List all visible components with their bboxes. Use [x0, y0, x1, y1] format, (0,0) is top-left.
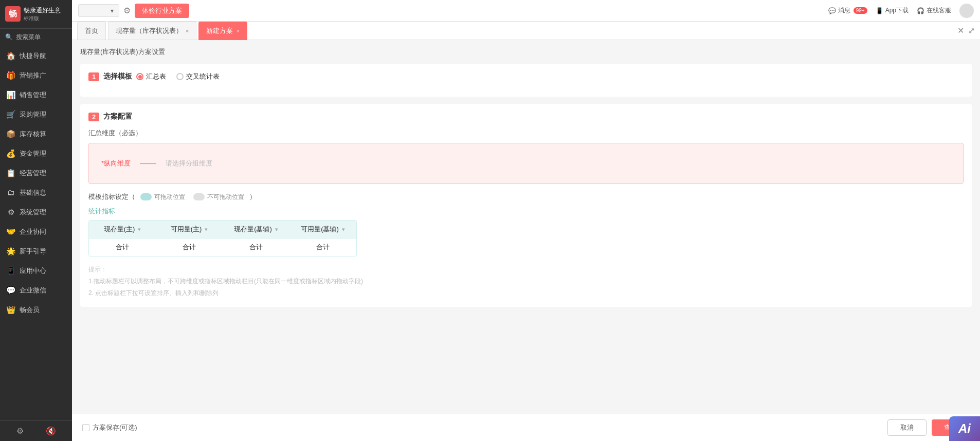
sound-icon[interactable]: 🔇	[46, 426, 56, 436]
tab-new-scheme[interactable]: 新建方案 ×	[198, 22, 247, 40]
sidebar-item-finance[interactable]: 💰 资金管理	[0, 144, 72, 163]
basic-info-label: 基础信息	[20, 188, 46, 197]
purchase-icon: 🛒	[6, 110, 15, 119]
radio-summary-label: 汇总表	[146, 72, 166, 81]
radio-cross[interactable]: 交叉统计表	[176, 72, 220, 81]
quick-nav-icon: 🏠	[6, 51, 15, 61]
message-icon: 💬	[828, 7, 836, 14]
save-option[interactable]: 方案保存(可选)	[82, 423, 137, 432]
membership-icon: 👑	[6, 305, 15, 315]
content-area: 现存量(库存状况表)方案设置 1 选择模板 汇总表 交叉统计表	[72, 40, 980, 414]
message-badge: 99+	[854, 7, 867, 14]
trial-industry-button[interactable]: 体验行业方案	[135, 4, 189, 18]
col-header-aux-qty[interactable]: 现存量(基辅)▾	[223, 220, 289, 238]
sidebar-item-marketing[interactable]: 🎁 营销推广	[0, 66, 72, 85]
sidebar-item-wechat[interactable]: 💬 企业微信	[0, 281, 72, 300]
sidebar-item-basic-info[interactable]: 🗂 基础信息	[0, 183, 72, 203]
col-header-main-avail[interactable]: 可用量(主)▾	[156, 220, 223, 238]
radio-summary[interactable]: 汇总表	[136, 72, 166, 81]
inventory-label: 库存核算	[20, 130, 46, 139]
col-body-main-qty: 合计	[89, 238, 156, 256]
stats-table-header: 现存量(主)▾可用量(主)▾现存量(基辅)▾可用量(基辅)▾	[89, 220, 356, 238]
sidebar-nav: 🏠 快捷导航 🎁 营销推广 📊 销售管理 🛒 采购管理 📦 库存核算 💰 资金管…	[0, 46, 72, 420]
tab-new-scheme-label: 新建方案	[206, 26, 233, 35]
sidebar-item-inventory[interactable]: 📦 库存核算	[0, 124, 72, 144]
message-btn[interactable]: 💬 消息 99+	[828, 6, 867, 15]
basic-info-icon: 🗂	[6, 188, 15, 197]
app-version: 标准版	[24, 15, 61, 22]
tab-inventory-status-close[interactable]: ×	[186, 28, 189, 34]
tab-inventory-status[interactable]: 现存量（库存状况表） ×	[108, 22, 196, 40]
step1-card: 1 选择模板 汇总表 交叉统计表	[80, 64, 972, 97]
stats-table: 现存量(主)▾可用量(主)▾现存量(基辅)▾可用量(基辅)▾ 合计合计合计合计	[88, 220, 357, 256]
wechat-label: 企业微信	[20, 286, 46, 295]
sidebar-item-membership[interactable]: 👑 畅会员	[0, 300, 72, 320]
sales-icon: 📊	[6, 90, 15, 100]
top-bar-left: ▾ ⚙ 体验行业方案	[78, 4, 823, 18]
dimension-placeholder: 请选择分组维度	[166, 159, 212, 168]
online-service-btn[interactable]: 🎧 在线客服	[917, 6, 951, 15]
dimension-picker[interactable]: *纵向维度 —— 请选择分组维度	[88, 143, 964, 184]
breadcrumb-text	[84, 6, 108, 15]
purchase-label: 采购管理	[20, 110, 46, 119]
stats-table-body: 合计合计合计合计	[89, 238, 356, 256]
sidebar-search[interactable]: 🔍 搜索菜单	[0, 29, 72, 46]
tips-title: 提示：	[88, 266, 107, 273]
page-title: 现存量(库存状况表)方案设置	[80, 47, 972, 57]
app-center-label: 应用中心	[20, 266, 46, 275]
ai-badge[interactable]: Ai	[949, 416, 980, 441]
user-avatar[interactable]	[959, 4, 974, 18]
col-header-aux-avail[interactable]: 可用量(基辅)▾	[289, 220, 356, 238]
non-draggable-legend: 不可拖动位置	[193, 193, 244, 201]
settings-icon[interactable]: ⚙	[16, 426, 24, 436]
sidebar-item-system[interactable]: ⚙ 系统管理	[0, 203, 72, 222]
tab-home[interactable]: 首页	[77, 22, 106, 40]
tab-home-label: 首页	[85, 26, 98, 35]
enterprise-label: 企业协同	[20, 227, 46, 236]
finance-icon: 💰	[6, 149, 15, 158]
sidebar-item-purchase[interactable]: 🛒 采购管理	[0, 105, 72, 124]
sidebar-item-operations[interactable]: 📋 经营管理	[0, 163, 72, 183]
system-icon: ⚙	[6, 208, 15, 217]
footer: 方案保存(可选) 取消 查询	[72, 414, 980, 441]
col-body-aux-avail: 合计	[289, 238, 356, 256]
tab-new-scheme-close[interactable]: ×	[236, 28, 239, 34]
sidebar-item-sales[interactable]: 📊 销售管理	[0, 85, 72, 105]
aggregate-label: 汇总维度（必选）	[88, 128, 964, 138]
sidebar-item-enterprise[interactable]: 🤝 企业协同	[0, 222, 72, 242]
system-label: 系统管理	[20, 208, 46, 217]
tip-item-1: 1.拖动标题栏可以调整布局，不可跨维度或指标区域拖动栏目(只能在同一维度或指标区…	[88, 275, 964, 287]
cancel-button[interactable]: 取消	[887, 419, 927, 436]
top-bar: ▾ ⚙ 体验行业方案 💬 消息 99+ 📱 App下载 🎧 在线客服	[72, 0, 980, 22]
radio-cross-label: 交叉统计表	[186, 72, 220, 81]
draggable-legend: 可拖动位置	[140, 193, 185, 201]
tip-item-2: 2. 点击标题栏下拉可设置排序、插入列和删除列	[88, 287, 964, 299]
step2-card: 2 方案配置 汇总维度（必选） *纵向维度 —— 请选择分组维度 模板指标设定（…	[80, 104, 972, 307]
membership-label: 畅会员	[20, 305, 40, 315]
sidebar-item-newcomer[interactable]: 🌟 新手引导	[0, 242, 72, 261]
col-label-main-qty: 现存量(主)	[104, 225, 135, 234]
app-download-btn[interactable]: 📱 App下载	[876, 6, 909, 15]
sidebar-item-app-center[interactable]: 📱 应用中心	[0, 261, 72, 281]
col-arrow-aux-qty: ▾	[275, 226, 278, 233]
sidebar: 畅 畅康通好生意 标准版 🔍 搜索菜单 🏠 快捷导航 🎁 营销推广 📊 销售管理…	[0, 0, 72, 441]
marketing-label: 营销推广	[20, 71, 46, 80]
col-arrow-aux-avail: ▾	[342, 226, 345, 233]
col-header-main-qty[interactable]: 现存量(主)▾	[89, 220, 156, 238]
operations-label: 经营管理	[20, 169, 46, 178]
wechat-icon: 💬	[6, 286, 15, 295]
non-draggable-legend-box	[193, 193, 205, 200]
save-checkbox[interactable]	[82, 424, 89, 431]
step1-title: 选择模板	[103, 72, 132, 81]
gear-icon[interactable]: ⚙	[123, 6, 131, 15]
stats-section-label: 统计指标	[88, 207, 964, 216]
app-center-icon: 📱	[6, 266, 15, 275]
tab-expand-button[interactable]: ⤢	[968, 26, 975, 35]
sidebar-item-quick-nav[interactable]: 🏠 快捷导航	[0, 46, 72, 66]
tab-close-button[interactable]: ✕	[957, 26, 964, 35]
quick-nav-label: 快捷导航	[20, 51, 46, 61]
draggable-legend-box	[140, 193, 152, 200]
search-label: 搜索菜单	[16, 33, 41, 42]
required-star: *	[101, 159, 104, 167]
col-label-aux-qty: 现存量(基辅)	[234, 225, 272, 234]
